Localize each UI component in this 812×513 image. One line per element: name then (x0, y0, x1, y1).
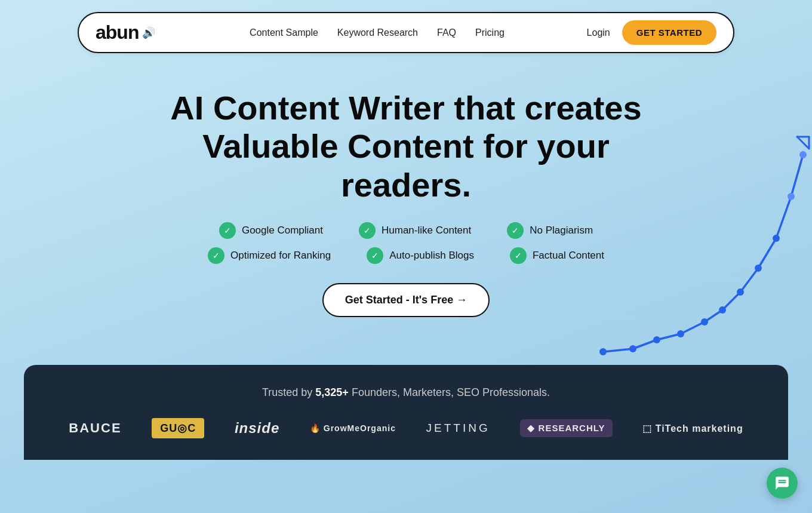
hero-cta-button[interactable]: Get Started - It's Free → (322, 283, 490, 317)
check-icon-6: ✓ (510, 247, 527, 264)
nav-keyword-research[interactable]: Keyword Research (337, 27, 418, 38)
check-icon-5: ✓ (367, 247, 383, 264)
trusted-prefix: Trusted by (262, 386, 315, 398)
logo-researchly: ◆ RESEARCHLY (520, 419, 612, 437)
logo-bauce: BAUCE (69, 420, 121, 436)
feature-label-3: No Plagiarism (530, 225, 593, 236)
login-link[interactable]: Login (587, 27, 610, 38)
svg-point-6 (677, 330, 684, 337)
nav-right: Login GET STARTED (587, 20, 716, 45)
svg-point-10 (755, 265, 762, 272)
logo-area[interactable]: abun 🔊 (96, 21, 155, 44)
svg-point-3 (599, 348, 607, 355)
features-grid: ✓ Google Compliant ✓ Human-like Content … (173, 222, 639, 264)
logo-jetting: JETTING (426, 422, 490, 435)
feature-label-6: Factual Content (533, 250, 604, 262)
nav-pricing[interactable]: Pricing (475, 27, 505, 38)
logo-guoc: GU◎C (152, 418, 204, 438)
feature-label-4: Optimized for Ranking (230, 250, 331, 262)
svg-point-8 (719, 306, 726, 314)
svg-point-11 (773, 235, 780, 242)
logo-growme: 🔥 GrowMeOrganic (310, 423, 396, 433)
check-icon-4: ✓ (208, 247, 224, 264)
svg-point-12 (788, 193, 795, 200)
trusted-count: 5,325+ (315, 386, 349, 398)
hero-title: AI Content Writer that creates Valuable … (137, 89, 675, 204)
nav-content-sample[interactable]: Content Sample (250, 27, 318, 38)
feature-optimized-ranking: ✓ Optimized for Ranking (208, 247, 331, 264)
nav-faq[interactable]: FAQ (437, 27, 456, 38)
logo-text: abun (96, 21, 139, 44)
nav-links: Content Sample Keyword Research FAQ Pric… (189, 27, 565, 38)
feature-label-5: Auto-publish Blogs (389, 250, 474, 262)
logo-titech: ⬚ TiTech marketing (642, 423, 743, 434)
hero-section: AI Content Writer that creates Valuable … (0, 65, 812, 365)
check-icon-1: ✓ (219, 222, 236, 239)
feature-google-compliant: ✓ Google Compliant (219, 222, 323, 239)
feature-no-plagiarism: ✓ No Plagiarism (507, 222, 593, 239)
svg-point-4 (629, 345, 636, 352)
feature-label-2: Human-like Content (382, 225, 471, 236)
svg-point-9 (737, 288, 744, 296)
feature-factual: ✓ Factual Content (510, 247, 604, 264)
sound-icon: 🔊 (142, 26, 155, 39)
feature-human-like: ✓ Human-like Content (359, 222, 471, 239)
svg-point-13 (799, 151, 807, 158)
trusted-suffix: Founders, Marketers, SEO Professionals. (349, 386, 550, 398)
chat-icon (774, 475, 790, 491)
trusted-text: Trusted by 5,325+ Founders, Marketers, S… (60, 386, 752, 399)
get-started-button[interactable]: GET STARTED (622, 20, 716, 45)
logo-inside: inside (235, 420, 279, 437)
svg-point-7 (701, 318, 708, 325)
logos-row: BAUCE GU◎C inside 🔥 GrowMeOrganic JETTIN… (60, 418, 752, 438)
nav-wrapper: abun 🔊 Content Sample Keyword Research F… (0, 0, 812, 65)
trusted-bar: Trusted by 5,325+ Founders, Marketers, S… (24, 365, 788, 460)
check-icon-2: ✓ (359, 222, 376, 239)
feature-label-1: Google Compliant (242, 225, 323, 236)
svg-line-14 (797, 137, 809, 149)
navbar: abun 🔊 Content Sample Keyword Research F… (78, 12, 734, 53)
svg-point-5 (653, 336, 660, 343)
chat-bubble-button[interactable] (767, 468, 798, 499)
feature-auto-publish: ✓ Auto-publish Blogs (367, 247, 474, 264)
check-icon-3: ✓ (507, 222, 524, 239)
